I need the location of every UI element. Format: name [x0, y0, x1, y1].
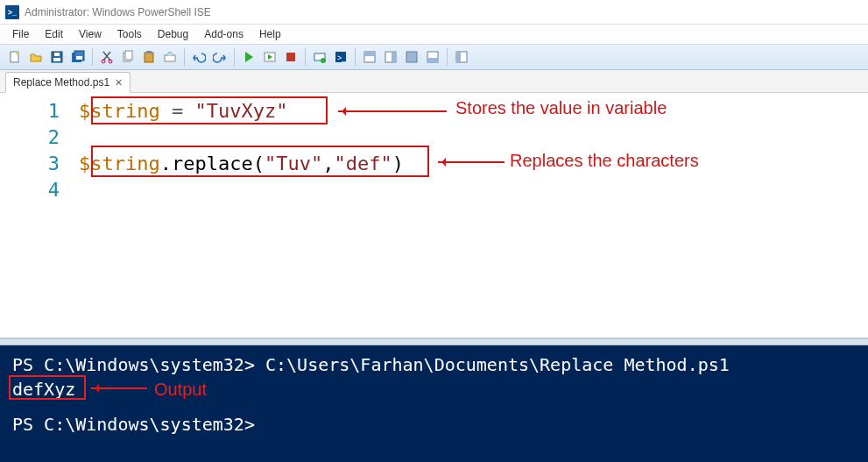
- annotation-line1: Stores the value in variable: [455, 98, 667, 118]
- svg-rect-29: [456, 52, 461, 62]
- svg-text:>_: >_: [337, 53, 347, 62]
- cut-icon[interactable]: [97, 47, 116, 67]
- toolbar-separator: [355, 48, 356, 66]
- svg-rect-1: [16, 52, 18, 54]
- save-all-icon[interactable]: [68, 47, 88, 67]
- toolbar: >_: [0, 44, 868, 70]
- stop-icon[interactable]: [281, 47, 300, 67]
- copy-icon[interactable]: [118, 47, 138, 67]
- code-line: [79, 124, 404, 151]
- show-script-right-icon[interactable]: [381, 47, 400, 67]
- console-line-command: PS C:\Windows\system32> C:\Users\Farhan\…: [12, 352, 856, 377]
- show-script-top-icon[interactable]: [360, 47, 379, 67]
- menu-edit[interactable]: Edit: [38, 26, 70, 42]
- line-number: 2: [5, 124, 60, 151]
- redo-icon[interactable]: [210, 47, 229, 67]
- svg-rect-14: [165, 55, 175, 61]
- undo-icon[interactable]: [189, 47, 208, 67]
- toolbar-separator: [184, 48, 185, 66]
- clear-icon[interactable]: [160, 47, 180, 67]
- window-title: Administrator: Windows PowerShell ISE: [25, 6, 211, 18]
- menu-bar: FileEditViewToolsDebugAdd-onsHelp: [0, 25, 868, 44]
- menu-view[interactable]: View: [72, 26, 109, 42]
- svg-rect-7: [76, 56, 82, 60]
- tab-bar: Replace Method.ps1 ✕: [0, 70, 868, 93]
- console-pane[interactable]: PS C:\Windows\system32> C:\Users\Farhan\…: [0, 345, 868, 462]
- menu-file[interactable]: File: [5, 26, 36, 42]
- paste-icon[interactable]: [139, 47, 159, 67]
- open-file-icon[interactable]: [26, 47, 46, 67]
- toolbar-separator: [447, 48, 448, 66]
- console-blank: [12, 402, 856, 412]
- close-icon[interactable]: ✕: [115, 77, 123, 89]
- console-line-prompt: PS C:\Windows\system32>: [12, 412, 856, 437]
- line-number: 3: [5, 151, 60, 177]
- script-editor[interactable]: 1234 $string = "TuvXyz"$string.replace("…: [0, 93, 868, 338]
- new-file-icon[interactable]: [5, 47, 25, 67]
- code-area[interactable]: $string = "TuvXyz"$string.replace("Tuv",…: [79, 93, 404, 338]
- annotation-line3: Replaces the characters: [510, 151, 699, 171]
- show-script-max-icon[interactable]: [402, 47, 421, 67]
- show-command-icon[interactable]: [423, 47, 442, 67]
- svg-rect-12: [145, 53, 153, 62]
- svg-rect-24: [392, 52, 396, 62]
- svg-rect-4: [54, 53, 60, 56]
- menu-add-ons[interactable]: Add-ons: [197, 26, 251, 42]
- show-command-addon-icon[interactable]: [452, 47, 471, 67]
- menu-tools[interactable]: Tools: [110, 26, 149, 42]
- console-line-output: defXyz: [12, 377, 856, 402]
- line-number: 1: [5, 98, 60, 124]
- title-bar: >_ Administrator: Windows PowerShell ISE: [0, 0, 868, 25]
- arrow-line3: [438, 161, 505, 163]
- toolbar-separator: [305, 48, 306, 66]
- code-line: [79, 177, 404, 203]
- start-powershell-icon[interactable]: >_: [331, 47, 350, 67]
- svg-rect-27: [427, 58, 438, 62]
- svg-rect-16: [286, 53, 295, 61]
- svg-point-18: [321, 58, 326, 63]
- svg-rect-13: [146, 51, 152, 53]
- run-selection-icon[interactable]: [260, 47, 279, 67]
- line-number-gutter: 1234: [0, 93, 79, 338]
- code-line: $string.replace("Tuv","def"): [79, 151, 404, 177]
- tab-label: Replace Method.ps1: [13, 76, 109, 89]
- script-tab[interactable]: Replace Method.ps1 ✕: [5, 72, 131, 93]
- svg-rect-25: [406, 52, 417, 62]
- pane-splitter[interactable]: [0, 338, 868, 345]
- new-remote-icon[interactable]: [310, 47, 329, 67]
- save-icon[interactable]: [47, 47, 67, 67]
- line-number: 4: [5, 177, 60, 203]
- svg-rect-3: [53, 58, 60, 61]
- menu-help[interactable]: Help: [252, 26, 288, 42]
- code-line: $string = "TuvXyz": [79, 98, 404, 124]
- menu-debug[interactable]: Debug: [151, 26, 195, 42]
- run-icon[interactable]: [239, 47, 258, 67]
- svg-rect-11: [125, 51, 132, 60]
- app-icon: >_: [5, 5, 19, 19]
- toolbar-separator: [234, 48, 235, 66]
- svg-rect-22: [364, 52, 375, 56]
- toolbar-separator: [92, 48, 93, 66]
